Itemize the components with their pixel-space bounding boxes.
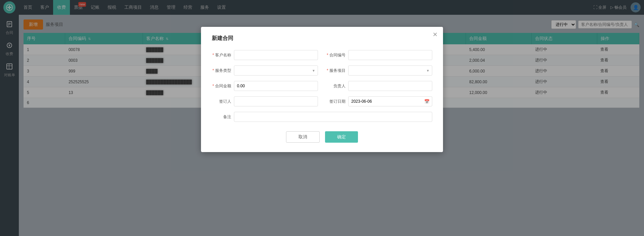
amount-input[interactable] xyxy=(234,81,318,91)
form-grid: 客户名称 合同编号 服务类型 ▼ 服务项目 ▼ xyxy=(212,50,432,122)
form-row-contract-no: 合同编号 xyxy=(326,50,432,60)
form-row-customer: 客户名称 xyxy=(212,50,318,60)
cancel-button[interactable]: 取消 xyxy=(286,131,320,143)
signer-label: 签订人 xyxy=(212,99,231,104)
responsible-label: 负责人 xyxy=(326,83,346,89)
signer-input[interactable] xyxy=(234,96,318,106)
modal-overlay: 新建合同 ✕ 客户名称 合同编号 服务类型 ▼ 服务项目 xyxy=(0,0,644,236)
service-item-label: 服务项目 xyxy=(326,68,346,74)
contract-no-input[interactable] xyxy=(348,50,432,60)
form-row-sign-date: 签订日期 📅 xyxy=(326,96,432,106)
dialog-title: 新建合同 xyxy=(212,35,432,42)
calendar-icon[interactable]: 📅 xyxy=(424,99,430,104)
service-item-select-wrap: ▼ xyxy=(348,65,432,76)
service-item-select[interactable] xyxy=(348,65,432,76)
responsible-input[interactable] xyxy=(348,81,432,91)
contract-no-label: 合同编号 xyxy=(326,52,346,58)
sign-date-input[interactable] xyxy=(348,96,432,106)
form-row-remark: 备注 xyxy=(212,112,432,122)
sign-date-wrap: 📅 xyxy=(348,96,432,106)
amount-label: 合同金额 xyxy=(212,83,231,89)
customer-name-input[interactable] xyxy=(234,50,318,60)
sign-date-label: 签订日期 xyxy=(326,99,346,104)
customer-name-label: 客户名称 xyxy=(212,52,231,58)
service-type-select[interactable] xyxy=(234,65,318,76)
form-row-service-type: 服务类型 ▼ xyxy=(212,65,318,76)
service-type-label: 服务类型 xyxy=(212,68,231,74)
dialog-footer: 取消 确定 xyxy=(212,131,432,143)
form-row-signer: 签订人 xyxy=(212,96,318,106)
dialog-close-button[interactable]: ✕ xyxy=(433,32,438,38)
dialog: 新建合同 ✕ 客户名称 合同编号 服务类型 ▼ 服务项目 xyxy=(201,27,443,152)
remark-label: 备注 xyxy=(212,114,231,120)
form-row-service-item: 服务项目 ▼ xyxy=(326,65,432,76)
form-row-amount: 合同金额 xyxy=(212,81,318,91)
service-type-select-wrap: ▼ xyxy=(234,65,318,76)
remark-input[interactable] xyxy=(234,112,432,122)
confirm-button[interactable]: 确定 xyxy=(325,131,358,143)
form-row-responsible: 负责人 xyxy=(326,81,432,91)
